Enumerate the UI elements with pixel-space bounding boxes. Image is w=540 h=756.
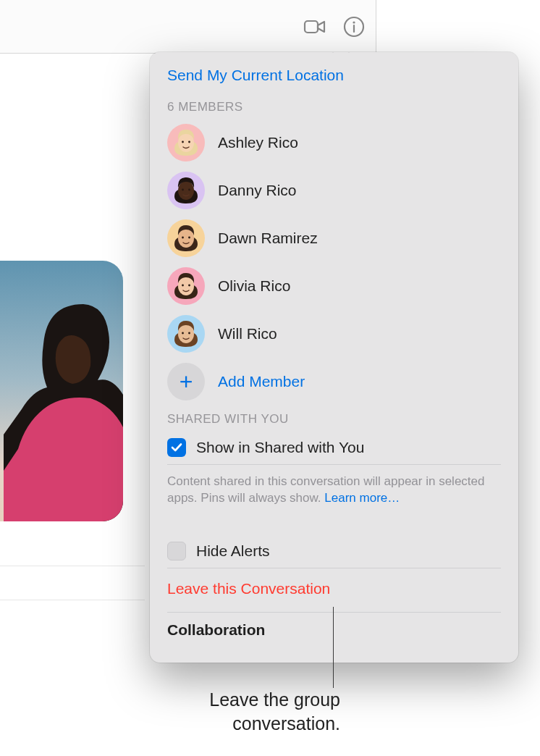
person-silhouette: [4, 282, 123, 521]
svg-point-4: [182, 141, 184, 143]
details-popover: Send My Current Location 6 MEMBERS Ashle…: [150, 52, 518, 663]
add-member-label: Add Member: [218, 373, 305, 390]
member-avatar: [167, 267, 205, 305]
learn-more-link[interactable]: Learn more…: [324, 491, 400, 505]
member-name: Dawn Ramirez: [218, 230, 318, 247]
svg-point-13: [182, 285, 184, 287]
leave-conversation-row[interactable]: Leave this Conversation: [150, 568, 518, 612]
svg-point-11: [188, 237, 190, 239]
svg-point-2: [353, 21, 355, 23]
shared-with-you-header: SHARED WITH YOU: [150, 411, 518, 431]
member-name: Will Rico: [218, 325, 277, 343]
leave-conversation-link[interactable]: Leave this Conversation: [167, 580, 330, 597]
send-location-link[interactable]: Send My Current Location: [150, 65, 518, 98]
svg-rect-0: [305, 21, 318, 33]
hide-alerts-label: Hide Alerts: [196, 542, 270, 560]
collaboration-section[interactable]: Collaboration: [150, 613, 518, 652]
svg-point-16: [182, 332, 184, 335]
svg-point-10: [182, 237, 184, 239]
svg-point-12: [178, 277, 194, 295]
plus-icon: +: [167, 363, 205, 400]
svg-point-9: [178, 229, 194, 248]
svg-point-15: [178, 324, 194, 343]
callout-line: [333, 607, 334, 688]
callout-text: Leave the group conversation.: [152, 688, 340, 735]
member-name: Ashley Rico: [218, 134, 298, 151]
member-avatar: [167, 315, 205, 353]
shared-fineprint: Content shared in this conversation will…: [150, 465, 518, 534]
show-in-shared-row[interactable]: Show in Shared with You: [150, 431, 518, 464]
svg-point-5: [188, 141, 190, 143]
svg-point-17: [188, 332, 190, 335]
member-avatar: [167, 124, 205, 161]
facetime-video-icon[interactable]: [302, 14, 328, 40]
collaboration-label: Collaboration: [167, 621, 265, 638]
info-icon[interactable]: [341, 14, 367, 40]
svg-point-6: [178, 181, 194, 200]
member-row[interactable]: Danny Rico: [150, 167, 518, 214]
show-in-shared-label: Show in Shared with You: [196, 439, 364, 456]
svg-point-8: [188, 189, 190, 191]
hide-alerts-row[interactable]: Hide Alerts: [150, 534, 518, 568]
hide-alerts-checkbox[interactable]: [167, 542, 186, 560]
bg-divider: [0, 566, 145, 566]
member-name: Danny Rico: [218, 182, 297, 199]
show-in-shared-checkbox[interactable]: [167, 438, 186, 457]
member-row[interactable]: Will Rico: [150, 310, 518, 358]
member-row[interactable]: Dawn Ramirez: [150, 214, 518, 262]
svg-point-14: [188, 285, 190, 287]
svg-point-3: [178, 133, 194, 152]
member-avatar: [167, 172, 205, 209]
bg-divider: [0, 600, 145, 600]
svg-point-7: [182, 189, 184, 191]
conversation-photo: [0, 261, 123, 521]
members-header: 6 MEMBERS: [150, 98, 518, 119]
conversation-toolbar: [0, 0, 376, 54]
member-row[interactable]: Ashley Rico: [150, 119, 518, 167]
member-avatar: [167, 219, 205, 257]
member-name: Olivia Rico: [218, 277, 290, 295]
add-member-button[interactable]: + Add Member: [150, 358, 518, 411]
member-row[interactable]: Olivia Rico: [150, 262, 518, 310]
